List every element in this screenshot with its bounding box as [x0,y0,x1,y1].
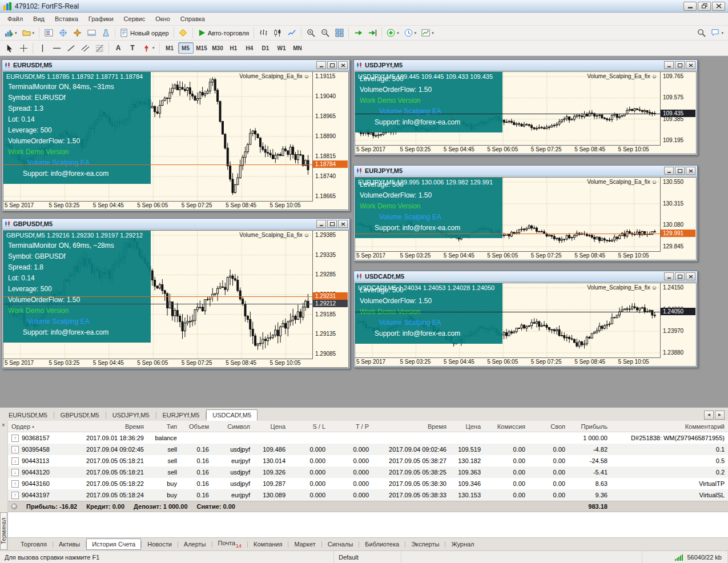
chart-tab-usdcadf[interactable]: USDCADf,M5 [206,409,258,421]
timeframe-w1-button[interactable]: W1 [274,42,289,54]
chart-title-bar[interactable]: EURJPYf,M5 [354,166,697,176]
zoom-in-button[interactable] [304,27,317,39]
history-row[interactable]: 90443120 2017.09.05 05:18:21sell0.16usdj… [8,467,728,478]
chart-tab-eurusdf[interactable]: EURUSDf,M5 [2,409,54,421]
status-profile[interactable]: Default [334,551,401,563]
history-row[interactable]: 90443113 2017.09.05 05:18:21sell0.16eurj… [8,455,728,467]
time-axis[interactable]: 5 Sep 20175 Sep 03:255 Sep 04:455 Sep 06… [355,357,661,366]
chart-tab-eurjpyf[interactable]: EURJPYf,M5 [156,409,206,421]
tile-windows-button[interactable] [332,27,346,39]
chart-area[interactable]: Leverage: 500VolumeOrderFlow: 1.50Work D… [355,72,661,145]
chart-minimize-button[interactable] [664,272,674,280]
column-header-profit[interactable]: Прибыль [569,421,611,432]
time-axis[interactable]: 5 Sep 20175 Sep 03:255 Sep 04:455 Sep 06… [3,359,313,367]
new-chart-button[interactable]: ▾ [2,27,19,39]
channel-tool-button[interactable] [78,42,92,54]
time-axis[interactable]: 5 Sep 20175 Sep 03:255 Sep 04:455 Sep 06… [355,251,661,260]
terminal-close-icon[interactable]: × [2,422,5,428]
timeframe-h4-button[interactable]: H4 [242,42,258,54]
tab-scroll-left-icon[interactable]: ◄ [704,411,714,420]
chart-restore-button[interactable] [327,61,337,69]
chart-tab-gbpusdf[interactable]: GBPUSDf,M5 [54,409,106,421]
history-row[interactable]: 90395458 2017.09.04 09:02:45sell0.16usdj… [8,444,728,455]
strategy-tester-button[interactable] [99,27,112,39]
chart-area[interactable]: TerminalMonitor ON, 69ms, ~28msSymbol: G… [3,231,313,359]
time-axis[interactable]: 5 Sep 20175 Sep 03:255 Sep 04:455 Sep 06… [355,145,661,154]
chart-minimize-button[interactable] [664,61,674,69]
crosshair-tool-button[interactable] [17,42,30,54]
menu-view[interactable]: Вид [28,14,50,24]
chart-minimize-button[interactable] [316,220,326,228]
timeframe-m30-button[interactable]: M30 [210,42,226,54]
chart-title-bar[interactable]: USDJPYf,M5 [354,60,697,71]
chart-close-button[interactable] [686,272,695,280]
column-header-open-time[interactable]: Время [83,421,147,432]
restore-button[interactable] [698,2,711,11]
chart-close-button[interactable] [686,167,695,175]
menu-charts[interactable]: Графики [83,14,119,24]
chart-close-button[interactable] [686,61,695,69]
chart-minimize-button[interactable] [316,61,326,69]
autoscroll-button[interactable] [351,27,365,39]
column-header-close-price[interactable]: Цена [450,421,484,432]
timeframe-h1-button[interactable]: H1 [226,42,242,54]
column-header-comment[interactable]: Комментарий [611,421,728,432]
price-axis[interactable]: 1.191151.190401.189651.188901.188151.187… [313,72,348,201]
price-axis[interactable]: 1.241501.240601.239701.238801.24050 [661,283,696,357]
chat-button[interactable]: ▾ [709,27,726,39]
tab-scroll-right-icon[interactable]: ► [715,411,725,420]
column-header-type[interactable]: Тип [147,421,180,432]
navigator-button[interactable] [70,27,84,39]
column-header-symbol[interactable]: Символ [212,421,254,432]
chart-close-button[interactable] [338,220,348,228]
autotrading-button[interactable]: Авто-торговля [195,27,252,39]
history-row[interactable]: 90443160 2017.09.05 05:18:22buy0.16usdjp… [8,478,728,489]
chart-tab-usdjpyf[interactable]: USDJPYf,M5 [106,409,156,421]
chart-restore-button[interactable] [675,167,685,175]
vertical-line-tool-button[interactable] [35,42,49,54]
chart-area[interactable]: TerminalMonitor ON, 84ms, ~31msSymbol: E… [3,72,313,201]
chart-area[interactable]: Leverage: 500VolumeOrderFlow: 1.50Work D… [355,178,661,251]
timeframe-m15-button[interactable]: M15 [194,42,210,54]
menu-window[interactable]: Окно [150,14,175,24]
chart-title-bar[interactable]: EURUSDf,M5 [2,60,349,71]
terminal-tab-news[interactable]: Новости [142,538,178,550]
menu-tools[interactable]: Сервис [119,14,151,24]
history-row[interactable]: 90368157 2017.09.01 18:36:29balance1 000… [8,432,728,444]
timeframe-m5-button[interactable]: M5 [178,42,194,54]
column-header-open-price[interactable]: Цена [254,421,289,432]
label-tool-button[interactable]: T [126,42,139,54]
chart-area[interactable]: Leverage: 500VolumeOrderFlow: 1.50Work D… [355,283,661,357]
periods-button[interactable]: ▾ [402,27,419,39]
horizontal-line-tool-button[interactable] [50,42,63,54]
close-button[interactable] [712,2,725,11]
new-order-button[interactable]: Новый ордер [118,27,171,39]
chart-minimize-button[interactable] [664,167,674,175]
time-axis[interactable]: 5 Sep 20175 Sep 03:255 Sep 04:455 Sep 06… [3,201,313,210]
column-header-tp[interactable]: T / P [329,421,372,432]
terminal-tab-assets[interactable]: Активы [53,538,86,550]
chart-restore-button[interactable] [675,272,685,280]
candlestick-chart-button[interactable] [271,27,284,39]
terminal-tab-market[interactable]: Маркет [288,538,321,550]
search-button[interactable] [694,27,708,39]
timeframe-d1-button[interactable]: D1 [258,42,273,54]
terminal-tab-alerts[interactable]: Алерты [178,538,212,550]
history-row[interactable]: 90443197 2017.09.05 05:18:24buy0.16eurjp… [8,489,728,501]
indicators-button[interactable]: ▾ [384,27,401,39]
fibonacci-tool-button[interactable] [92,42,106,54]
chart-shift-button[interactable] [365,27,379,39]
menu-insert[interactable]: Вставка [50,14,83,24]
menu-help[interactable]: Справка [175,14,210,24]
market-watch-button[interactable] [42,27,55,39]
chart-restore-button[interactable] [675,61,685,69]
column-header-close-time[interactable]: Время [372,421,450,432]
price-axis[interactable]: 109.765109.575109.385109.195109.435 [661,72,696,145]
column-header-order[interactable]: Ордер▴ [8,421,83,432]
price-axis[interactable]: 1.293851.293351.292851.292351.291851.291… [313,231,348,359]
price-axis[interactable]: 130.550130.315130.080129.845129.991 [661,178,696,251]
column-header-swap[interactable]: Своп [529,421,569,432]
chart-restore-button[interactable] [327,220,337,228]
terminal-tab-library[interactable]: Библиотека [359,538,405,550]
bar-chart-button[interactable] [256,27,270,39]
